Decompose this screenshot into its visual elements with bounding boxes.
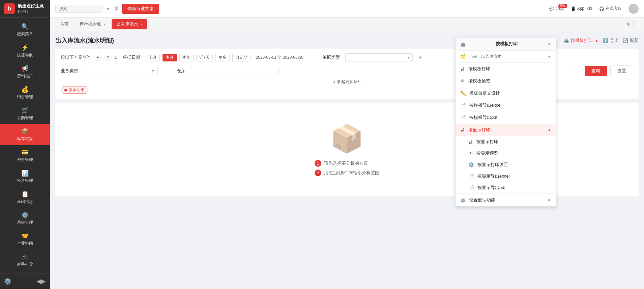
- headset-icon: 🎧: [599, 6, 604, 11]
- display-print-settings-item[interactable]: ⚙️ 按显示打印设置: [456, 159, 556, 170]
- current-template-item[interactable]: 🗂️ 当前：出入库流水 ▼: [456, 51, 556, 62]
- query-btn[interactable]: 查询: [585, 66, 607, 76]
- online-service-btn[interactable]: 🎧 在线客服: [599, 6, 622, 11]
- template-print-dropdown: 🖨️ 按模板打印 ▲ 🗂️ 当前：出入库流水 ▼ 🖨 按模板打印 👁 按模板预览: [455, 37, 556, 207]
- sidebar-item-app_center[interactable]: 📱应用中心: [0, 271, 50, 273]
- sidebar-item-search[interactable]: 🔍搜索菜单: [0, 20, 50, 41]
- tab-batch[interactable]: 库存批次账 ×: [75, 19, 110, 29]
- settings-icon[interactable]: ⚙️: [4, 278, 11, 285]
- date-more-btn[interactable]: 更多: [215, 54, 230, 61]
- sidebar-item-inventory[interactable]: 📦库存核算: [0, 124, 50, 145]
- trial-btn[interactable]: 体验行业方案: [122, 4, 159, 14]
- date-last7-btn[interactable]: 近7天: [196, 54, 213, 61]
- collab-icon: 🤝: [21, 232, 29, 240]
- biz-type-input[interactable]: [84, 67, 158, 75]
- export-icon: ⬆️: [603, 38, 608, 43]
- template-export-excel-item[interactable]: 📄 按模板导出excel: [456, 99, 556, 111]
- sidebar-item-label: 快捷导航: [17, 52, 33, 58]
- date-range-display: 2023-06-01 至 2023-06-30: [256, 55, 303, 60]
- printer-icon-1: 🖨: [460, 66, 465, 72]
- search-dropdown-icon[interactable]: ▼: [106, 6, 111, 11]
- purchase-icon: 🛒: [21, 107, 29, 114]
- sidebar-item-basic[interactable]: 📋基础信息: [0, 187, 50, 208]
- template-export-pdf-item[interactable]: 📄 按模板导出pdf: [456, 111, 556, 124]
- sidebar-item-purchase[interactable]: 🛒采购管理: [0, 103, 50, 124]
- display-excel-icon: 📄: [468, 174, 474, 179]
- footer-arrow: ▼: [547, 198, 551, 203]
- collapse-more-btn[interactable]: ∧ 收起更多条件: [333, 79, 361, 85]
- date-this-month-btn[interactable]: 本月: [163, 54, 177, 61]
- display-export-excel-item[interactable]: 📄 按显示导出excel: [456, 170, 556, 182]
- operation-icon: 📊: [21, 169, 29, 177]
- collapse-panel-icon[interactable]: «: [114, 54, 117, 60]
- refresh-btn[interactable]: 🔄 刷新: [623, 37, 639, 44]
- collapse-sidebar-icon[interactable]: ◀▶: [36, 278, 46, 285]
- template-print-item[interactable]: 🖨 按模板打印: [456, 63, 556, 75]
- sidebar-item-guide[interactable]: 🎓新手引导: [0, 250, 50, 271]
- plus-icon: +: [96, 55, 99, 60]
- template-custom-item[interactable]: ✏️ 模板自定义设计: [456, 87, 556, 99]
- sidebar-item-finance[interactable]: 💳资金管理: [0, 145, 50, 166]
- app-logo-icon: b: [4, 3, 15, 14]
- export-btn[interactable]: ⬆️ 导出: [603, 37, 619, 44]
- settings-btn[interactable]: 设置: [610, 65, 633, 76]
- sidebar-item-label: 新手引导: [17, 262, 33, 267]
- sidebar-item-label: 企业协同: [17, 241, 33, 246]
- sidebar-item-system[interactable]: ⚙️系统管理: [0, 208, 50, 229]
- sidebar-nav: 🔍搜索菜单⚡快捷导航📢营销推广💰销售管理🛒采购管理📦库存核算💳资金管理📊经营管理…: [0, 18, 50, 273]
- topbar: ▼ ⚙ 体验行业方案 💬 消息 99+ 📱 App下载 🎧 在线客服: [50, 0, 644, 18]
- filter-chip[interactable]: 流水明细: [61, 86, 88, 94]
- sidebar-item-marketing[interactable]: 📢营销推广: [0, 61, 50, 82]
- settings-scheme-btn[interactable]: ⚙: [104, 54, 112, 61]
- search-input[interactable]: [55, 5, 103, 13]
- date-this-year-btn[interactable]: 本年: [179, 54, 194, 61]
- date-custom-btn[interactable]: 自定义: [232, 54, 251, 61]
- doc-type-select[interactable]: [345, 53, 413, 61]
- tab-batch-close[interactable]: ×: [104, 22, 106, 26]
- biz-type-input-wrapper: ▼: [84, 67, 158, 75]
- tab-flow-close[interactable]: ×: [140, 22, 142, 26]
- current-template-icon: 🗂️: [460, 54, 466, 59]
- app-logo-text: 畅捷通好生意 标准版: [18, 3, 44, 14]
- app-download-btn[interactable]: 📱 App下载: [571, 6, 592, 11]
- tab-home[interactable]: 首页: [55, 19, 74, 29]
- add-scheme-btn[interactable]: +: [94, 54, 101, 61]
- close-tab-icon[interactable]: ✕: [626, 21, 631, 27]
- template-preview-item[interactable]: 👁 按模板预览: [456, 75, 556, 87]
- doc-type-select-wrapper: [345, 53, 413, 61]
- dropdown-header[interactable]: 🖨️ 按模板打印 ▲: [456, 37, 556, 51]
- system-icon: ⚙️: [21, 211, 29, 219]
- doc-type-label: 单据类型: [322, 54, 340, 60]
- topbar-gear-icon[interactable]: ⚙: [114, 5, 119, 12]
- custom-icon: ✏️: [460, 90, 466, 96]
- display-section-arrow: ▲: [547, 128, 551, 132]
- user-avatar[interactable]: [628, 4, 639, 14]
- sidebar-item-sales[interactable]: 💰销售管理: [0, 82, 50, 103]
- shortcut-icon: ⚡: [21, 44, 29, 51]
- display-settings-icon: ⚙️: [468, 162, 474, 167]
- tab-flow[interactable]: 出入库流水 ×: [112, 19, 147, 29]
- display-print-item[interactable]: 🖨 按显示打印: [456, 136, 556, 148]
- maximize-icon[interactable]: ⛶: [633, 21, 639, 27]
- warehouse-input[interactable]: [191, 67, 279, 75]
- warehouse-more-icon[interactable]: ···: [572, 68, 577, 74]
- main-area: ▼ ⚙ 体验行业方案 💬 消息 99+ 📱 App下载 🎧 在线客服 首页: [50, 0, 644, 289]
- sidebar-logo: b 畅捷通好生意 标准版: [0, 0, 50, 18]
- topbar-left: ▼ ⚙ 体验行业方案: [55, 4, 549, 14]
- date-last-month-btn[interactable]: 上月: [146, 54, 160, 61]
- display-section-header[interactable]: 🖨 按显示打印 ▲: [456, 124, 556, 136]
- template-print-btn[interactable]: 🖨️ 按模板打印 ▲: [564, 37, 599, 44]
- biz-type-label: 业务类型: [61, 68, 78, 74]
- sidebar-item-label: 基础信息: [17, 199, 33, 205]
- sidebar-item-shortcut[interactable]: ⚡快捷导航: [0, 41, 50, 61]
- printer-main-icon: 🖨️: [460, 42, 466, 47]
- display-preview-item[interactable]: 👁 按显示预览: [456, 148, 556, 159]
- sidebar-item-operation[interactable]: 📊经营管理: [0, 166, 50, 187]
- empty-step-1: 1 请先选择要分析的方案: [315, 160, 379, 167]
- sidebar-item-label: 资金管理: [17, 157, 33, 163]
- date-label: 单据日期: [123, 54, 140, 60]
- set-default-footer[interactable]: ⚙️ 设置默认功能 ▼: [456, 194, 556, 206]
- display-export-pdf-item[interactable]: 📄 按显示导出pdf: [456, 182, 556, 193]
- sidebar-item-collab[interactable]: 🤝企业协同: [0, 229, 50, 250]
- message-btn[interactable]: 💬 消息 99+: [549, 6, 564, 11]
